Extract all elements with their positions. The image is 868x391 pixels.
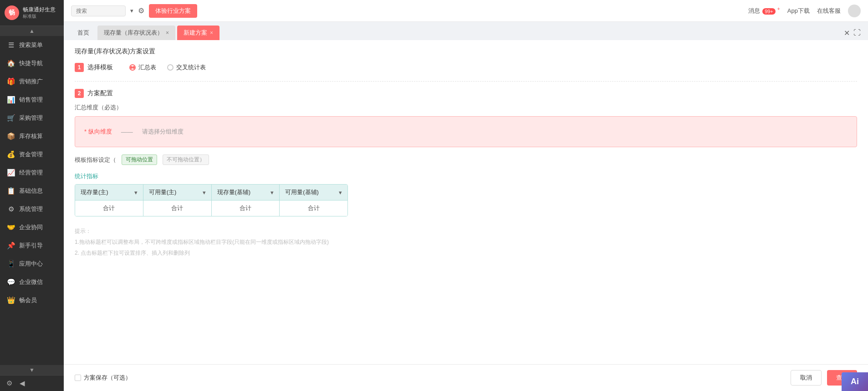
sidebar-item-label: 经营管理	[19, 169, 43, 177]
messages-badge: 99+	[762, 8, 776, 15]
tab-new-plan[interactable]: 新建方案 ×	[177, 26, 220, 40]
sidebar-item-cooperation[interactable]: 🤝 企业协同	[0, 218, 64, 237]
messages-plus: +	[777, 6, 780, 11]
bottom-bar: 方案保存（可选） 取消 查询	[64, 364, 868, 391]
cell-2: 合计	[212, 201, 280, 216]
sidebar-item-new-guide[interactable]: 📌 新手引导	[0, 237, 64, 255]
col-dropdown-3[interactable]: ▾	[339, 189, 342, 196]
trial-btn[interactable]: 体验行业方案	[149, 4, 197, 18]
sidebar-item-app-center[interactable]: 📱 应用中心	[0, 255, 64, 273]
stats-section: 统计指标 现存量(主) ▾ 可用量(主) ▾	[75, 172, 857, 216]
app-name: 畅康通好生意	[23, 6, 56, 14]
sidebar-item-label: 系统管理	[19, 205, 43, 213]
tab-inventory-close[interactable]: ×	[166, 30, 169, 36]
col-header-2[interactable]: 现存量(基辅) ▾	[212, 185, 280, 200]
sidebar-item-members[interactable]: 👑 畅会员	[0, 291, 64, 309]
col-header-1[interactable]: 可用量(主) ▾	[143, 185, 212, 200]
save-checkbox[interactable]	[75, 375, 81, 381]
section2-header: 2 方案配置	[75, 89, 857, 98]
cancel-button[interactable]: 取消	[791, 370, 822, 386]
sidebar-item-label: 基础信息	[19, 187, 43, 195]
template-options: 汇总表 交叉统计表	[129, 63, 206, 72]
sidebar-item-finance[interactable]: 💰 资金管理	[0, 145, 64, 164]
topbar-gear-btn[interactable]: ⚙	[138, 6, 144, 15]
expand-window-btn[interactable]: ⛶	[853, 29, 861, 37]
sidebar-scroll-up[interactable]: ▲	[0, 26, 64, 36]
divider1	[75, 81, 857, 82]
topbar-dropdown-btn[interactable]: ▾	[130, 7, 133, 14]
topbar-right: 消息 99+ + App下载 在线客服	[748, 5, 861, 17]
cell-0: 合计	[75, 201, 143, 216]
cell-3: 合计	[280, 201, 347, 216]
stats-table-header: 现存量(主) ▾ 可用量(主) ▾ 现存量(基辅) ▾	[75, 185, 347, 200]
tip2: 2. 点击标题栏下拉可设置排序、插入列和删除列	[75, 247, 857, 258]
online-support-link[interactable]: 在线客服	[817, 7, 841, 15]
user-avatar[interactable]	[848, 5, 861, 17]
save-option[interactable]: 方案保存（可选）	[75, 374, 131, 382]
search-menu-icon: ☰	[6, 41, 15, 50]
sidebar-footer: ⚙ ◀	[0, 375, 64, 391]
sidebar-item-label: 新手引导	[19, 242, 43, 250]
sidebar-item-operations[interactable]: 📈 经营管理	[0, 164, 64, 182]
dimension-placeholder: 请选择分组维度	[142, 128, 184, 136]
section2-number: 2	[75, 89, 84, 98]
main-area: ▾ ⚙ 体验行业方案 消息 99+ + App下载 在线客服 首页 现存量（库存…	[64, 0, 868, 391]
sidebar: 畅 畅康通好生意 标准版 ▲ ☰ 搜索菜单 🏠 快捷导航 🎁 营销推广 📊 销售…	[0, 0, 64, 391]
sidebar-item-inventory[interactable]: 📦 库存核算	[0, 127, 64, 145]
purchase-icon: 🛒	[6, 113, 15, 123]
section-config: 2 方案配置 汇总维度（必选） * 纵向维度 —— 请选择分组维度 模板指标设定…	[75, 89, 857, 258]
collapse-footer-btn[interactable]: ◀	[20, 379, 25, 387]
tips-title: 提示：	[75, 228, 91, 234]
col-dropdown-2[interactable]: ▾	[271, 189, 274, 196]
tab-new-plan-label: 新建方案	[184, 29, 207, 37]
messages-link[interactable]: 消息 99+ +	[748, 6, 780, 15]
radio-summary-label: 汇总表	[138, 63, 156, 72]
stats-table-body: 合计 合计 合计 合计	[75, 200, 347, 216]
aggregate-dim-label: 汇总维度（必选）	[75, 103, 857, 112]
topbar: ▾ ⚙ 体验行业方案 消息 99+ + App下载 在线客服	[64, 0, 868, 22]
dimension-dash: ——	[121, 129, 133, 135]
page-title: 现存量(库存状况表)方案设置	[75, 47, 857, 56]
sidebar-scroll-down[interactable]: ▼	[0, 365, 64, 375]
close-window-btn[interactable]: ✕	[844, 29, 850, 37]
app-download-link[interactable]: App下载	[787, 7, 810, 15]
tab-inventory-status[interactable]: 现存量（库存状况表） ×	[97, 26, 175, 40]
topbar-search-input[interactable]	[71, 5, 126, 16]
col-name-2: 现存量(基辅)	[217, 188, 251, 196]
sidebar-item-label: 营销推广	[19, 77, 43, 86]
wechat-icon: 💬	[6, 278, 15, 287]
sidebar-item-label: 企业微信	[19, 278, 43, 286]
app-name-block: 畅康通好生意 标准版	[23, 6, 56, 20]
sidebar-item-label: 快捷导航	[19, 59, 43, 67]
sidebar-item-purchase[interactable]: 🛒 采购管理	[0, 109, 64, 127]
dimension-row: * 纵向维度 —— 请选择分组维度	[84, 128, 848, 136]
sidebar-item-label: 企业协同	[19, 223, 43, 232]
indicator-settings-text: 模板指标设定（	[75, 156, 116, 164]
sidebar-item-marketing[interactable]: 🎁 营销推广	[0, 72, 64, 91]
col-header-3[interactable]: 可用量(基辅) ▾	[280, 185, 347, 200]
col-dropdown-1[interactable]: ▾	[203, 189, 206, 196]
radio-summary[interactable]: 汇总表	[129, 63, 156, 72]
sidebar-item-sales[interactable]: 📊 销售管理	[0, 91, 64, 109]
tab-new-plan-close[interactable]: ×	[210, 30, 213, 36]
sidebar-item-system[interactable]: ⚙ 系统管理	[0, 200, 64, 218]
save-option-label: 方案保存（可选）	[84, 374, 131, 382]
sidebar-item-basic-info[interactable]: 📋 基础信息	[0, 182, 64, 200]
ai-badge[interactable]: Ai	[842, 372, 868, 391]
sidebar-item-quick-nav[interactable]: 🏠 快捷导航	[0, 54, 64, 72]
col-name-3: 可用量(基辅)	[285, 188, 319, 196]
sidebar-item-search-menu[interactable]: ☰ 搜索菜单	[0, 36, 64, 54]
col-dropdown-0[interactable]: ▾	[134, 189, 138, 196]
radio-cross[interactable]: 交叉统计表	[167, 63, 206, 72]
inventory-icon: 📦	[6, 132, 15, 141]
sidebar-item-wechat[interactable]: 💬 企业微信	[0, 273, 64, 291]
indicator-label: 模板指标设定（ 可拖动位置 不可拖动位置）	[75, 154, 857, 165]
settings-footer-btn[interactable]: ⚙	[6, 379, 12, 387]
col-name-1: 可用量(主)	[149, 188, 177, 196]
new-guide-icon: 📌	[6, 241, 15, 250]
sidebar-logo: 畅 畅康通好生意 标准版	[0, 0, 64, 26]
stats-section-label: 统计指标	[75, 172, 857, 180]
dimension-area[interactable]: * 纵向维度 —— 请选择分组维度	[75, 116, 857, 147]
tab-home[interactable]: 首页	[71, 26, 96, 40]
col-header-0[interactable]: 现存量(主) ▾	[75, 185, 143, 200]
